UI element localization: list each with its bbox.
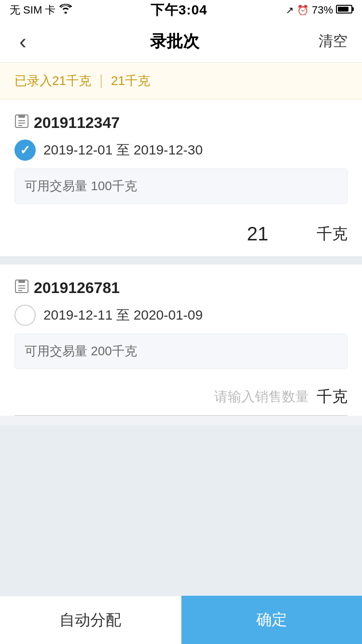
batch2-input-underline: [14, 415, 348, 416]
batch2-date: 2019-12-11 至 2020-01-09: [43, 306, 203, 324]
batch1-date-row[interactable]: 2019-12-01 至 2019-12-30: [0, 132, 362, 168]
batch1-date: 2019-12-01 至 2019-12-30: [43, 141, 203, 159]
status-bar: 无 SIM 卡 下午3:04 ↗ ⏰ 73%: [0, 0, 362, 20]
batch1-available-text: 可用交易量 100千克: [25, 179, 137, 193]
alarm-icon: ⏰: [297, 4, 309, 16]
batch2-available-qty: 可用交易量 200千克: [14, 334, 348, 369]
info-banner: 已录入21千克 21千克: [0, 63, 362, 99]
batch1-available-qty: 可用交易量 100千克: [14, 168, 348, 204]
batch2-available-text: 可用交易量 200千克: [25, 344, 137, 358]
batch1-header: 2019112347: [0, 99, 362, 132]
batch2-icon: [14, 279, 29, 297]
batch-card-2: 2019126781 2019-12-11 至 2020-01-09 可用交易量…: [0, 265, 362, 416]
page-title: 录批次: [150, 30, 199, 53]
section-separator-1: [0, 257, 362, 265]
batch1-qty-value: 21: [247, 223, 269, 245]
status-left: 无 SIM 卡: [10, 3, 72, 17]
batch2-unit: 千克: [317, 386, 348, 407]
batch1-unit: 千克: [317, 224, 348, 245]
svg-rect-1: [18, 115, 25, 118]
batch2-number: 2019126781: [34, 279, 120, 297]
clear-button[interactable]: 清空: [319, 31, 348, 51]
batch2-header: 2019126781: [0, 265, 362, 297]
location-icon: ↗: [286, 4, 294, 16]
batch1-number: 2019112347: [34, 114, 120, 132]
no-sim-label: 无 SIM 卡: [10, 3, 56, 17]
batch1-icon: [14, 114, 29, 132]
batch1-qty-row: 21 千克: [0, 213, 362, 257]
battery-percent: 73%: [312, 4, 333, 16]
recorded-amount: 已录入21千克: [14, 72, 91, 89]
batch2-qty-row: 请输入销售数量 千克: [0, 378, 362, 407]
nav-bar: ‹ 录批次 清空: [0, 20, 362, 63]
batch2-date-row[interactable]: 2019-12-11 至 2020-01-09: [0, 297, 362, 334]
batch-card-1: 2019112347 2019-12-01 至 2019-12-30 可用交易量…: [0, 99, 362, 257]
total-amount: 21千克: [111, 72, 150, 89]
confirm-button[interactable]: 确定: [181, 596, 362, 644]
back-button[interactable]: ‹: [14, 25, 31, 58]
info-divider: [101, 74, 101, 88]
batch2-radio[interactable]: [14, 305, 36, 326]
svg-rect-6: [18, 280, 25, 283]
batch1-radio[interactable]: [14, 140, 36, 161]
status-right: ↗ ⏰ 73%: [286, 4, 352, 16]
battery-icon: [336, 4, 352, 16]
wifi-icon: [59, 4, 72, 16]
status-time: 下午3:04: [151, 1, 208, 19]
auto-distribute-button[interactable]: 自动分配: [0, 596, 181, 644]
batch2-input-placeholder: 请输入销售数量: [14, 388, 309, 406]
bottom-buttons: 自动分配 确定: [0, 596, 362, 644]
